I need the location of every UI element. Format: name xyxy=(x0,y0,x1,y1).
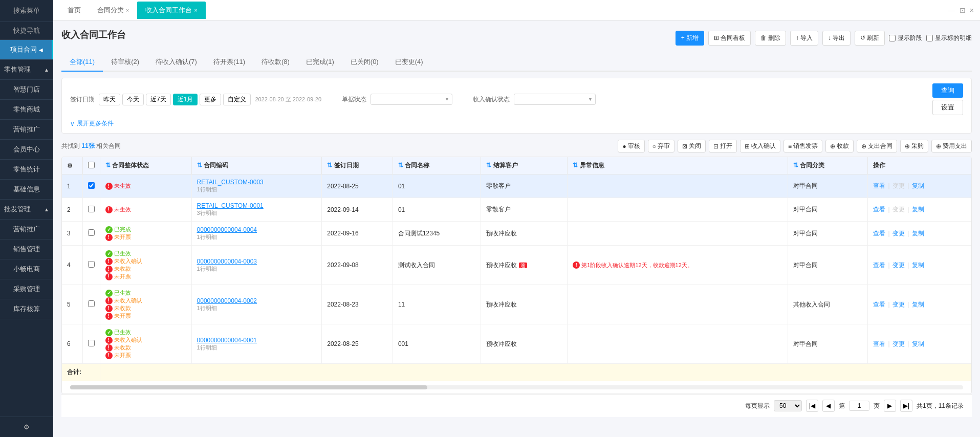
sidebar-search[interactable]: 搜索菜单 xyxy=(0,0,53,22)
show-stages-checkbox[interactable]: 显示阶段 xyxy=(889,34,922,42)
row-checkbox[interactable] xyxy=(82,246,100,285)
filter-tab-pending-review[interactable]: 待审核(2) xyxy=(103,53,147,72)
show-marks-checkbox[interactable]: 显示标的明细 xyxy=(926,34,972,42)
view-op[interactable]: 查看 xyxy=(873,206,885,213)
col-settings[interactable]: ⚙ xyxy=(62,157,82,174)
view-op[interactable]: 查看 xyxy=(873,230,885,237)
sidebar-item-smart-store[interactable]: 智慧门店 xyxy=(0,80,53,100)
contract-link[interactable]: 0000000000004-0004 xyxy=(197,226,257,233)
date-btn-yesterday[interactable]: 昨天 xyxy=(99,94,120,105)
purchase-btn[interactable]: ⊕ 采购 xyxy=(900,140,928,152)
tab-income-workbench[interactable]: 收入合同工作台 × xyxy=(137,2,205,19)
page-size-select[interactable]: 50 20 100 xyxy=(774,400,802,411)
tab-contract-cat[interactable]: 合同分类 × xyxy=(89,2,137,19)
new-button[interactable]: + 新增 xyxy=(676,31,704,46)
contract-link[interactable]: 0000000000004-0003 xyxy=(197,258,257,265)
filter-tab-changed[interactable]: 已变更(4) xyxy=(387,53,431,72)
select-all-checkbox[interactable] xyxy=(88,162,95,168)
contract-link[interactable]: RETAIL_CUSTOM-0003 xyxy=(197,179,264,186)
contract-link[interactable]: 0000000000004-0001 xyxy=(197,337,257,344)
sidebar-item-marketing2[interactable]: 营销推广 xyxy=(0,220,53,239)
sidebar-settings[interactable]: ⚙ xyxy=(0,417,53,437)
income-confirm-select[interactable] xyxy=(514,94,596,105)
minimize-icon[interactable]: — xyxy=(948,6,955,14)
first-page-btn[interactable]: |◀ xyxy=(806,400,818,412)
sidebar-item-marketing[interactable]: 营销推广 xyxy=(0,120,53,140)
maximize-icon[interactable]: ⊡ xyxy=(960,6,966,14)
row-checkbox[interactable] xyxy=(82,174,100,198)
prev-page-btn[interactable]: ◀ xyxy=(822,400,835,412)
doc-status-select[interactable] xyxy=(371,94,452,105)
date-btn-more[interactable]: 更多 xyxy=(200,94,221,105)
sidebar-item-sales-mgmt[interactable]: 销售管理 xyxy=(0,239,53,259)
row-checkbox[interactable] xyxy=(82,285,100,324)
delete-button[interactable]: 🗑 删除 xyxy=(755,31,786,46)
change-op[interactable]: 变更 xyxy=(892,261,905,269)
setting-button[interactable]: 设置 xyxy=(932,100,963,115)
filter-tab-all[interactable]: 全部(11) xyxy=(61,53,103,72)
sidebar-item-inventory[interactable]: 库存核算 xyxy=(0,299,53,319)
view-op[interactable]: 查看 xyxy=(873,301,885,308)
filter-tab-completed[interactable]: 已完成(1) xyxy=(298,53,342,72)
sidebar-item-wholesale-mgmt[interactable]: 批发管理 ▲ xyxy=(0,200,53,220)
contract-link[interactable]: 0000000000004-0002 xyxy=(197,297,257,304)
copy-op[interactable]: 复制 xyxy=(912,261,924,269)
close-btn[interactable]: ⊠ 关闭 xyxy=(678,140,706,152)
filter-tab-pending-payment[interactable]: 待收款(8) xyxy=(253,53,298,72)
refresh-button[interactable]: ↺ 刷新 xyxy=(855,31,885,46)
review-btn[interactable]: ● 审核 xyxy=(618,140,644,152)
change-op[interactable]: 变更 xyxy=(892,206,905,213)
sidebar-item-basic-info[interactable]: 基础信息 xyxy=(0,180,53,200)
horizontal-scrollbar[interactable] xyxy=(62,381,971,394)
date-btn-today[interactable]: 今天 xyxy=(122,94,144,105)
filter-tab-pending-invoice[interactable]: 待开票(11) xyxy=(205,53,253,72)
filter-tab-pending-income[interactable]: 待收入确认(7) xyxy=(147,53,205,72)
change-op[interactable]: 变更 xyxy=(892,340,905,347)
import-button[interactable]: ↑ 导入 xyxy=(790,31,818,46)
sidebar-item-retail-mgmt[interactable]: 零售管理 ▲ xyxy=(0,60,53,80)
view-op[interactable]: 查看 xyxy=(873,261,885,269)
change-op[interactable]: 变更 xyxy=(892,301,905,308)
filter-tab-closed[interactable]: 已关闭(0) xyxy=(342,53,387,72)
change-op[interactable]: 变更 xyxy=(892,230,905,237)
last-page-btn[interactable]: ▶| xyxy=(900,400,912,412)
view-op[interactable]: 查看 xyxy=(873,182,885,189)
row-checkbox[interactable] xyxy=(82,324,100,364)
open-btn[interactable]: ⊡ 打开 xyxy=(709,140,737,152)
copy-op[interactable]: 复制 xyxy=(912,301,924,308)
sidebar-item-purchase-mgmt[interactable]: 采购管理 xyxy=(0,279,53,299)
query-button[interactable]: 查询 xyxy=(932,83,963,98)
sidebar-item-member[interactable]: 会员中心 xyxy=(0,140,53,160)
page-input[interactable] xyxy=(849,401,869,411)
close-icon[interactable]: × xyxy=(126,7,129,13)
sales-invoice-btn[interactable]: ≡ 销售发票 xyxy=(783,140,822,152)
date-btn-7days[interactable]: 近7天 xyxy=(146,94,171,105)
copy-op[interactable]: 复制 xyxy=(912,182,924,189)
export-button[interactable]: ↓ 导出 xyxy=(822,31,851,46)
date-btn-custom[interactable]: 自定义 xyxy=(223,94,251,105)
expense-contract-btn[interactable]: ⊕ 支出合同 xyxy=(857,140,897,152)
change-op[interactable]: 变更 xyxy=(892,182,905,189)
expense-pay-btn[interactable]: ⊕ 费用支出 xyxy=(931,140,972,152)
date-btn-1month[interactable]: 近1月 xyxy=(173,94,198,105)
next-page-btn[interactable]: ▶ xyxy=(884,400,896,412)
sidebar-quick-nav[interactable]: 快捷导航 xyxy=(0,22,53,40)
tab-home[interactable]: 首页 xyxy=(59,2,89,19)
expand-filter-btn[interactable]: ∨ 展开更多条件 xyxy=(70,119,963,128)
contract-board-button[interactable]: ⊞ 合同看板 xyxy=(708,31,751,46)
copy-op[interactable]: 复制 xyxy=(912,206,924,213)
sidebar-item-retail-shop[interactable]: 零售商城 xyxy=(0,100,53,120)
row-checkbox[interactable] xyxy=(82,198,100,222)
income-confirm-btn[interactable]: ⊞ 收入确认 xyxy=(740,140,780,152)
sidebar-item-retail-stats[interactable]: 零售统计 xyxy=(0,160,53,180)
sidebar-item-xiaochu[interactable]: 小畅电商 xyxy=(0,259,53,279)
row-checkbox[interactable] xyxy=(82,222,100,246)
copy-op[interactable]: 复制 xyxy=(912,230,924,237)
view-op[interactable]: 查看 xyxy=(873,340,885,347)
scroll-thumb[interactable] xyxy=(70,385,427,389)
copy-op[interactable]: 复制 xyxy=(912,340,924,347)
close-window-icon[interactable]: × xyxy=(970,6,974,14)
abandon-btn[interactable]: ○ 弃审 xyxy=(648,140,674,152)
payment-btn[interactable]: ⊕ 收款 xyxy=(825,140,854,152)
close-icon2[interactable]: × xyxy=(194,7,197,13)
